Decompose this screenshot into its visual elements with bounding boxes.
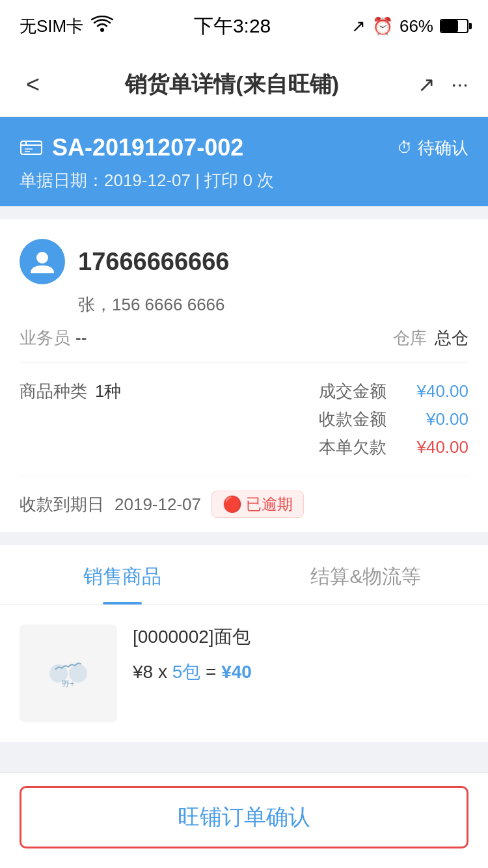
more-icon[interactable]: ··· (451, 72, 468, 96)
status-text: 待确认 (418, 137, 468, 159)
warehouse-label: 仓库 (393, 327, 427, 349)
tab-sales-products[interactable]: 销售商品 (0, 545, 244, 604)
customer-name: 张，156 6666 6666 (20, 293, 468, 316)
order-id: SA-20191207-002 (20, 134, 243, 161)
status-bar-left: 无SIM卡 (20, 15, 113, 38)
equals-text: = (200, 662, 221, 682)
nav-actions: ↗ ··· (418, 72, 468, 97)
battery-percent: 66% (400, 16, 433, 36)
confirm-order-button[interactable]: 旺铺订单确认 (20, 786, 468, 848)
status-bar-time: 下午3:28 (194, 13, 271, 40)
customer-top: 17666666666 (20, 239, 468, 284)
bottom-bar: 旺铺订单确认 (0, 772, 488, 868)
due-date-value: 2019-12-07 (115, 495, 201, 515)
order-status: ⏱ 待确认 (397, 137, 468, 159)
customer-info: 17666666666 张，156 6666 6666 业务员 -- 仓库 总仓 (0, 219, 488, 362)
owed-row: 本单欠款 ¥40.00 (319, 436, 468, 459)
status-bar: 无SIM卡 下午3:28 ↗ ⏰ 66% (0, 0, 488, 52)
amount-label: 成交金额 (319, 380, 386, 403)
qty-text: 5包 (172, 662, 201, 682)
owed-value: ¥40.00 (397, 437, 468, 457)
wifi-icon (91, 16, 113, 37)
header-card: SA-20191207-002 ⏱ 待确认 单据日期：2019-12-07 | … (0, 117, 488, 206)
received-value: ¥0.00 (397, 409, 468, 429)
received-label: 收款金额 (319, 408, 386, 431)
nav-bar: < 销货单详情(来自旺铺) ↗ ··· (0, 52, 488, 117)
amount-row: 成交金额 ¥40.00 (319, 380, 468, 403)
product-info: [0000002]面包 ¥8 x 5包 = ¥40 (133, 625, 468, 685)
page-title: 销货单详情(来自旺铺) (46, 70, 418, 100)
svg-point-2 (36, 252, 48, 264)
product-item: 野+ [0000002]面包 ¥8 x 5包 = ¥40 (0, 605, 488, 742)
product-price: ¥8 x 5包 = ¥40 (133, 660, 468, 685)
due-date-section: 收款到期日 2019-12-07 🔴 已逾期 (0, 476, 488, 532)
type-value: 1种 (95, 380, 121, 403)
received-row: 收款金额 ¥0.00 (319, 408, 468, 431)
clock-icon: ⏱ (397, 139, 413, 157)
location-icon: ↗ (351, 16, 366, 36)
overdue-alert-icon: 🔴 (223, 495, 242, 513)
product-name: [0000002]面包 (133, 625, 468, 649)
sales-value: -- (75, 328, 87, 348)
battery-icon (440, 19, 468, 33)
tab-settlement[interactable]: 结算&物流等 (244, 545, 488, 604)
back-button[interactable]: < (20, 64, 46, 105)
amount-value: ¥40.00 (397, 381, 468, 401)
customer-meta: 业务员 -- 仓库 总仓 (20, 327, 468, 349)
type-label: 商品种类 (20, 380, 87, 403)
avatar (20, 239, 65, 284)
svg-point-0 (100, 28, 104, 32)
tabs-header: 销售商品 结算&物流等 (0, 545, 488, 605)
sales-label: 业务员 (20, 327, 70, 349)
due-date-label: 收款到期日 (20, 493, 104, 516)
customer-phone: 17666666666 (78, 248, 229, 276)
owed-label: 本单欠款 (319, 436, 386, 459)
header-card-top: SA-20191207-002 ⏱ 待确认 (20, 134, 468, 161)
product-type: 商品种类 1种 (20, 380, 121, 403)
overdue-text: 已逾期 (246, 494, 293, 515)
amount-stats: 成交金额 ¥40.00 收款金额 ¥0.00 本单欠款 ¥40.00 (319, 380, 468, 459)
svg-rect-1 (21, 141, 42, 154)
warehouse-value: 总仓 (435, 327, 468, 349)
export-icon[interactable]: ↗ (418, 72, 435, 97)
status-bar-right: ↗ ⏰ 66% (351, 16, 468, 36)
alarm-icon: ⏰ (372, 16, 393, 36)
order-stats: 商品种类 1种 成交金额 ¥40.00 收款金额 ¥0.00 本单欠款 ¥40.… (0, 363, 488, 476)
overdue-badge: 🔴 已逾期 (211, 491, 304, 518)
svg-text:野+: 野+ (62, 679, 74, 688)
tabs-section: 销售商品 结算&物流等 野+ [0000002]面包 ¥8 x 5包 = ¥40 (0, 545, 488, 742)
total-price: ¥40 (221, 662, 252, 682)
customer-section: 17666666666 张，156 6666 6666 业务员 -- 仓库 总仓… (0, 219, 488, 532)
price-formula-text: ¥8 x (133, 662, 172, 682)
order-date: 单据日期：2019-12-07 | 打印 0 次 (20, 169, 468, 192)
carrier-text: 无SIM卡 (20, 15, 83, 38)
product-thumbnail: 野+ (20, 625, 117, 722)
